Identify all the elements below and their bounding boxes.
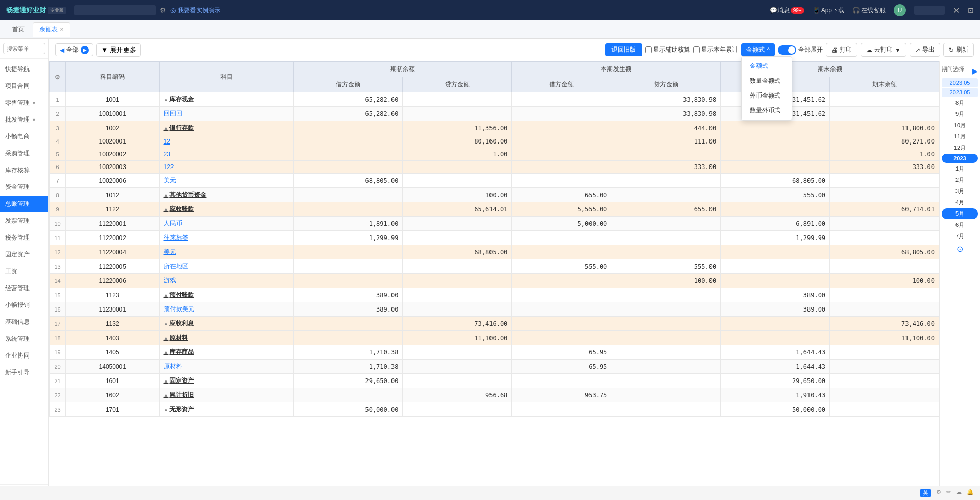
sidebar-item-ledger[interactable]: 总账管理 [0,196,48,212]
refresh-btn[interactable]: ↻ 刷新 [943,43,974,57]
status-cloud[interactable]: ☁ [956,489,962,497]
return-old-btn[interactable]: 退回旧版 [605,43,642,56]
row-code[interactable]: 10020001 [66,135,160,148]
sidebar-item-payroll[interactable]: 工资 [0,263,48,280]
row-code[interactable]: 1122 [66,202,160,217]
status-edit[interactable]: ✏ [946,489,951,497]
period-6[interactable]: 6月 [942,220,978,230]
row-name[interactable]: 往来标签 [159,231,293,245]
search-bar[interactable] [74,5,156,15]
sidebar-item-retail[interactable]: 零售管理 ▼ [0,94,48,111]
row-code[interactable]: 10020002 [66,148,160,161]
format-btn[interactable]: 金额式 ^ [741,43,775,56]
period-1[interactable]: 1月 [942,163,978,174]
show-year-check[interactable]: 显示本年累计 [693,45,738,54]
row-code[interactable]: 1405 [66,345,160,360]
row-name[interactable]: 预付款美元 [159,302,293,317]
row-code[interactable]: 1002 [66,121,160,135]
row-code[interactable]: 14050001 [66,360,160,374]
panel-collapse-btn[interactable]: ▶ [972,67,978,75]
close-btn[interactable]: ✕ [953,6,960,15]
period-7[interactable]: 7月 [942,231,978,242]
row-name[interactable]: 12 [159,135,293,148]
row-name[interactable]: 游戏 [159,274,293,288]
row-name[interactable]: 23 [159,148,293,161]
row-code[interactable]: 11220006 [66,274,160,288]
expand-all-switch[interactable] [778,45,796,55]
tab-balance[interactable]: 余额表 ✕ [33,22,70,37]
sidebar-item-inventory[interactable]: 库存核算 [0,162,48,179]
row-code[interactable]: 1001 [66,92,160,107]
row-name[interactable]: ▲库存商品 [159,345,293,360]
row-name[interactable]: ▲固定资产 [159,374,293,388]
period-3[interactable]: 3月 [942,186,978,197]
expand-more-btn[interactable]: ▼ 展开更多 [96,43,141,57]
sidebar-item-fund[interactable]: 资金管理 [0,179,48,196]
format-option-amount[interactable]: 金额式 [742,59,792,74]
row-name[interactable]: 人民币 [159,217,293,231]
show-year-checkbox[interactable] [693,46,700,53]
row-name[interactable]: ▲预付账款 [159,288,293,302]
expand-all-toggle[interactable]: 全部展开 [778,45,823,55]
sidebar-item-purchase[interactable]: 采购管理 [0,145,48,162]
settings-icon[interactable]: ⚙ [160,6,166,14]
demo-link[interactable]: ◎ 我要看实例演示 [170,6,220,15]
period-5-current[interactable]: 5月 [942,208,978,219]
row-name[interactable]: 美元 [159,245,293,259]
search-input[interactable] [3,43,45,54]
show-assist-checkbox[interactable] [645,46,652,53]
breadcrumb-all[interactable]: ◀ 全部 ▶ [55,43,93,56]
row-name[interactable]: ▲累计折旧 [159,388,293,402]
status-gear[interactable]: ⚙ [936,489,941,497]
row-name[interactable]: 所在地区 [159,259,293,274]
row-code[interactable]: 11230001 [66,302,160,317]
sidebar-item-sales[interactable]: 小畅报销 [0,297,48,314]
row-code[interactable]: 1132 [66,317,160,331]
row-name[interactable]: 122 [159,161,293,174]
period-8[interactable]: 8月 [942,98,978,108]
period-12[interactable]: 12月 [942,142,978,153]
row-name[interactable]: 回回回 [159,107,293,121]
table-settings-icon[interactable]: ⚙ [55,74,60,81]
row-name[interactable]: ▲库存现金 [159,92,293,107]
status-lang[interactable]: 英 [920,489,931,497]
sidebar-item-project[interactable]: 项目合同 [0,78,48,94]
sidebar-item-invoice[interactable]: 发票管理 [0,212,48,229]
row-code[interactable]: 1403 [66,331,160,345]
row-code[interactable]: 10020003 [66,161,160,174]
online-service-btn[interactable]: 🎧 在线客服 [852,6,886,15]
th-settings[interactable]: ⚙ [50,62,66,92]
row-code[interactable]: 11220001 [66,217,160,231]
format-option-foreign-amount[interactable]: 外币金额式 [742,88,792,103]
status-bell[interactable]: 🔔 [967,489,974,497]
sidebar-item-wholesale[interactable]: 批发管理 ▼ [0,111,48,128]
row-name[interactable]: ▲无形资产 [159,402,293,417]
show-assist-check[interactable]: 显示辅助核算 [645,45,690,54]
row-name[interactable]: 美元 [159,174,293,188]
period-range-end[interactable]: 2023.05 [942,88,978,97]
row-name[interactable]: ▲其他货币资金 [159,188,293,202]
row-code[interactable]: 1701 [66,402,160,417]
row-code[interactable]: 1012 [66,188,160,202]
tab-home[interactable]: 首页 [6,22,31,37]
row-code[interactable]: 10010001 [66,107,160,121]
period-year-2023[interactable]: 2023 [942,154,978,163]
forward-arrow-icon[interactable]: ▶ [81,46,89,54]
row-name[interactable]: ▲应收利息 [159,317,293,331]
sidebar-item-ecommerce[interactable]: 小畅电商 [0,128,48,145]
back-arrow-icon[interactable]: ◀ [60,46,64,54]
user-avatar[interactable]: U [894,4,906,16]
sidebar-item-agreement[interactable]: 企业协同 [0,347,48,364]
maximize-btn[interactable]: ⊡ [968,6,974,14]
sidebar-item-system[interactable]: 系统管理 [0,330,48,347]
row-code[interactable]: 11220004 [66,245,160,259]
row-code[interactable]: 1123 [66,288,160,302]
period-10[interactable]: 10月 [942,120,978,131]
period-11[interactable]: 11月 [942,131,978,142]
row-name[interactable]: ▲应收账款 [159,202,293,217]
sidebar-item-nav[interactable]: 快捷导航 [0,61,48,78]
tab-close-balance[interactable]: ✕ [60,27,64,32]
row-code[interactable]: 10020006 [66,174,160,188]
row-code[interactable]: 11220005 [66,259,160,274]
sidebar-item-basic[interactable]: 基础信息 [0,314,48,330]
